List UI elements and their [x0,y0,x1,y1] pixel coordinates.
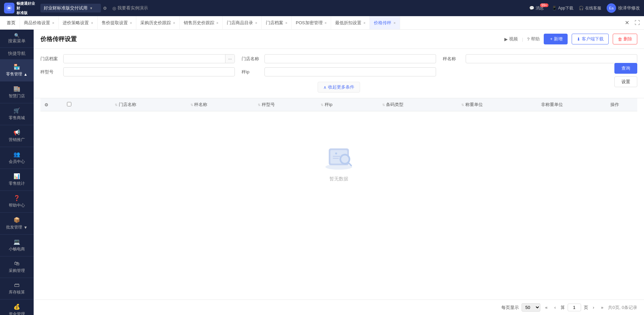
page-number-input[interactable] [568,304,581,311]
tab-sale-history[interactable]: 销售历史价跟踪 × [180,16,223,30]
filter-area: 门店档案 ··· 门店名称 秤名称 [34,49,644,98]
col-non-weight-unit: 非称重单位 [511,98,592,111]
tab-store-catalog[interactable]: 门店商品目录 × [223,16,261,30]
store-name-input[interactable] [264,54,436,63]
version-label: 好业财标准版交付试用 [44,5,87,11]
tab-close-pos-management[interactable]: × [325,21,327,25]
store-archive-btn[interactable]: ··· [225,55,235,63]
filter-row-1: 门店档案 ··· 门店名称 秤名称 [40,54,637,63]
video-link[interactable]: ▶ 视频 [504,36,518,42]
first-page-button[interactable]: « [543,304,549,311]
sidebar-item-member[interactable]: 👥 会员中心 [0,147,34,169]
tab-close-purchase-strategy[interactable]: × [91,21,93,25]
store-archive-label: 门店档案 [40,56,61,62]
sidebar-item-purchase[interactable]: 🛍 采购管理 [0,256,34,278]
svg-rect-9 [333,158,339,159]
scale-name-label: 秤名称 [443,56,463,62]
sidebar-item-retail[interactable]: 🏪 零售管理 ▲ [0,60,34,81]
page-size-select[interactable]: 50 10 20 100 [522,303,540,312]
help-circle-icon: ? [527,37,530,42]
store-archive-input[interactable] [64,55,225,63]
sidebar-item-smart-store[interactable]: 🏬 智慧门店 [0,81,34,103]
add-button[interactable]: + 新增 [544,34,568,44]
tab-close-sale-history[interactable]: × [216,21,218,25]
tab-close-all-icon[interactable]: ✕ [623,18,631,27]
tab-home[interactable]: 首页 [3,16,20,30]
logo-text: 畅捷通好业财 标准版 [16,1,38,15]
app-download-button[interactable]: 📱 App下载 [552,5,573,11]
online-service-button[interactable]: 🎧 在线客服 [579,5,601,11]
smart-store-icon: 🏬 [13,85,20,92]
marketing-icon: 📢 [13,129,20,136]
sidebar-item-retail-stats[interactable]: 📊 零售统计 [0,169,34,191]
logo-icon [4,3,14,13]
collapse-icon: ∧ [323,85,327,90]
sidebar-search[interactable]: 🔍 搜索菜单 [0,30,34,48]
inventory-icon: 🗃 [14,282,20,288]
tab-close-store-archive[interactable]: × [285,21,287,25]
sidebar-item-finance[interactable]: 💰 资金管理 [0,300,34,315]
tab-store-archive[interactable]: 门店档案 × [262,16,292,30]
version-selector[interactable]: 好业财标准版交付试用 ▼ [40,4,101,12]
avatar: Ea [607,3,616,13]
tab-close-purchase-history[interactable]: × [173,21,175,25]
help-link[interactable]: ? 帮助 [527,36,540,42]
filter-store-name: 门店名称 [242,54,436,63]
col-weight-unit: ⇅ 称重单位 [432,98,511,111]
user-menu[interactable]: Ea 徐泽华修改 [607,3,640,13]
page-size-label: 每页显示 [501,305,519,311]
headset-icon: 🎧 [579,6,584,10]
page-title: 价格传秤设置 [40,35,77,43]
pagination-bar: 每页显示 50 10 20 100 « ‹ 算 页 › » 共0页, 0条记录 [34,300,644,315]
selector-settings-icon[interactable]: ⚙ [103,6,107,11]
tab-bar-actions: ✕ ⛶ [623,18,641,27]
tab-min-discount[interactable]: 最低折扣设置 × [331,16,370,30]
delete-icon: 🗑 [618,37,622,42]
finance-icon: 💰 [13,304,20,310]
tab-close-goods-price[interactable]: × [52,21,54,25]
sidebar-item-marketing[interactable]: 📢 营销推广 [0,125,34,147]
scale-model-input[interactable] [63,67,235,76]
scale-name-input[interactable] [466,54,637,63]
last-page-button[interactable]: » [599,304,605,311]
scale-ip-input[interactable] [264,67,436,76]
set-button[interactable]: 设置 [614,76,637,87]
prev-page-button[interactable]: ‹ [552,304,558,311]
table-checkbox-header[interactable] [52,98,86,111]
page-actions: ▶ 视频 | ? 帮助 + 新增 ⬇ 客户端下载 [504,34,637,44]
collapse-filter-button[interactable]: ∧ 收起更多条件 [318,82,360,93]
sidebar: 🔍 搜索菜单 快捷导航 🏪 零售管理 ▲ 🏬 智慧门店 🛒 零售商城 [0,30,34,315]
sidebar-item-help[interactable]: ❓ 帮助中心 [0,191,34,213]
tab-close-price-scale[interactable]: × [393,21,395,25]
tab-sale-extract[interactable]: 售价提取设置 × [98,16,136,30]
member-icon: 👥 [13,151,20,158]
sidebar-item-xiaochu[interactable]: 💻 小畅电商 [0,235,34,256]
scale-ip-label: 秤ip [242,69,262,75]
messages-button[interactable]: 💬 消息 99+ [527,5,546,11]
sidebar-quick-nav[interactable]: 快捷导航 [0,48,34,60]
sidebar-item-inventory[interactable]: 🗃 库存核算 [0,278,34,300]
col-barcode-type: ⇅ 条码类型 [353,98,432,111]
demo-icon: ◎ [112,6,116,11]
tab-pos-management[interactable]: POS加密管理 × [292,16,331,30]
tab-maximize-icon[interactable]: ⛶ [633,19,641,27]
select-all-checkbox[interactable] [67,102,71,106]
tab-price-scale[interactable]: 价格传秤 × [370,16,400,30]
empty-illustration [319,138,359,172]
sidebar-item-wholesale[interactable]: 📦 批发管理 ▼ [0,213,34,235]
app-logo: 畅捷通好业财 标准版 [4,1,38,15]
tab-purchase-history[interactable]: 采购历史价跟踪 × [136,16,179,30]
tab-goods-price[interactable]: 商品价格设置 × [20,16,59,30]
download-button[interactable]: ⬇ 客户端下载 [572,34,609,44]
tab-close-sale-extract[interactable]: × [130,21,132,25]
tab-close-store-catalog[interactable]: × [255,21,257,25]
query-button[interactable]: 查询 [614,63,637,74]
demo-link[interactable]: ◎ 我要看实例演示 [112,5,148,11]
tab-close-min-discount[interactable]: × [363,21,365,25]
table-settings-header[interactable]: ⚙ [40,98,52,111]
tab-purchase-strategy[interactable]: 进价策略设置 × [59,16,97,30]
delete-button[interactable]: 🗑 删除 [613,34,637,44]
sidebar-item-retail-shop[interactable]: 🛒 零售商城 [0,103,34,125]
next-page-button[interactable]: › [591,304,596,311]
svg-rect-8 [333,156,341,157]
